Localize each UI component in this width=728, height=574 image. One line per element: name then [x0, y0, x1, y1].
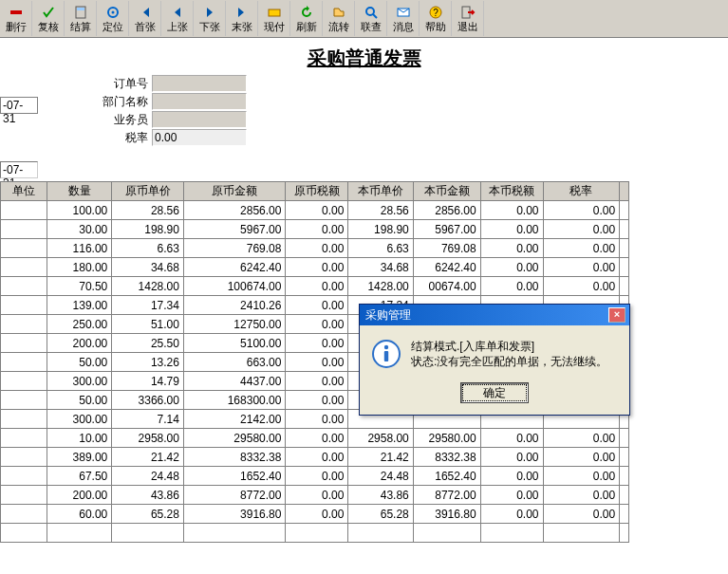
- cell[interactable]: 1428.00: [112, 277, 184, 296]
- cell[interactable]: 3366.00: [112, 391, 184, 410]
- table-row[interactable]: 200.0043.868772.000.0043.868772.000.000.…: [1, 486, 629, 505]
- cell[interactable]: [1, 201, 47, 220]
- table-row[interactable]: 60.0065.283916.800.0065.283916.800.000.0…: [1, 505, 629, 524]
- col-header[interactable]: 本币税额: [480, 182, 543, 201]
- cell[interactable]: 0.00: [286, 258, 348, 277]
- cell[interactable]: 13.26: [112, 353, 184, 372]
- cell[interactable]: 3916.80: [183, 505, 285, 524]
- cell[interactable]: [1, 410, 47, 429]
- cell[interactable]: [1, 505, 47, 524]
- cell[interactable]: [620, 486, 629, 505]
- cell[interactable]: 43.86: [348, 486, 413, 505]
- cell[interactable]: 50.00: [47, 353, 111, 372]
- cell[interactable]: 1652.40: [183, 467, 285, 486]
- cell[interactable]: [620, 505, 629, 524]
- cell[interactable]: [620, 524, 629, 543]
- cell[interactable]: 389.00: [47, 448, 111, 467]
- cell[interactable]: [1, 296, 47, 315]
- cell[interactable]: 0.00: [543, 448, 620, 467]
- cell[interactable]: 65.28: [348, 505, 413, 524]
- col-header[interactable]: 数量: [47, 182, 111, 201]
- cell[interactable]: [1, 486, 47, 505]
- cell[interactable]: 0.00: [543, 467, 620, 486]
- cell[interactable]: 0.00: [480, 258, 543, 277]
- cell[interactable]: [1, 524, 47, 543]
- cell[interactable]: 0.00: [286, 277, 348, 296]
- cell[interactable]: [543, 524, 620, 543]
- cell[interactable]: [620, 239, 629, 258]
- cell[interactable]: 51.00: [112, 315, 184, 334]
- cell[interactable]: [1, 315, 47, 334]
- cell[interactable]: 0.00: [480, 201, 543, 220]
- toolbar-现付-button[interactable]: 现付: [258, 1, 290, 36]
- toolbar-末张-button[interactable]: 末张: [226, 1, 258, 36]
- cell[interactable]: 0.00: [286, 505, 348, 524]
- cell[interactable]: 0.00: [286, 429, 348, 448]
- cell[interactable]: 6.63: [112, 239, 184, 258]
- cell[interactable]: 0.00: [286, 220, 348, 239]
- cell[interactable]: 0.00: [543, 258, 620, 277]
- cell[interactable]: 2856.00: [183, 201, 285, 220]
- salesman-field[interactable]: [152, 111, 247, 128]
- cell[interactable]: 25.50: [112, 334, 184, 353]
- toolbar-上张-button[interactable]: 上张: [161, 1, 194, 36]
- col-header[interactable]: 原币金额: [183, 182, 285, 201]
- cell[interactable]: 43.86: [112, 486, 184, 505]
- toolbar-退出-button[interactable]: 退出: [452, 1, 484, 36]
- col-header[interactable]: 单位: [1, 182, 47, 201]
- cell[interactable]: 28.56: [112, 201, 184, 220]
- cell[interactable]: 0.00: [543, 429, 620, 448]
- cell[interactable]: 0.00: [286, 486, 348, 505]
- toolbar-流转-button[interactable]: 流转: [323, 1, 355, 36]
- cell[interactable]: [620, 258, 629, 277]
- cell[interactable]: 34.68: [348, 258, 413, 277]
- cell[interactable]: [620, 467, 629, 486]
- cell[interactable]: [1, 467, 47, 486]
- cell[interactable]: 3916.80: [413, 505, 480, 524]
- cell[interactable]: 139.00: [47, 296, 111, 315]
- cell[interactable]: 5967.00: [183, 220, 285, 239]
- cell[interactable]: 0.00: [286, 296, 348, 315]
- cell[interactable]: [183, 524, 285, 543]
- cell[interactable]: [1, 429, 47, 448]
- cell[interactable]: 29580.00: [413, 429, 480, 448]
- cell[interactable]: 200.00: [47, 486, 111, 505]
- col-header[interactable]: 本币单价: [348, 182, 413, 201]
- cell[interactable]: [1, 391, 47, 410]
- cell[interactable]: 29580.00: [183, 429, 285, 448]
- cell[interactable]: 00674.00: [413, 277, 480, 296]
- cell[interactable]: 0.00: [286, 410, 348, 429]
- cell[interactable]: 5967.00: [413, 220, 480, 239]
- table-row[interactable]: 180.0034.686242.400.0034.686242.400.000.…: [1, 258, 629, 277]
- cell[interactable]: [1, 372, 47, 391]
- cell[interactable]: 0.00: [480, 505, 543, 524]
- table-row[interactable]: 67.5024.481652.400.0024.481652.400.000.0…: [1, 467, 629, 486]
- cell[interactable]: [1, 220, 47, 239]
- cell[interactable]: 180.00: [47, 258, 111, 277]
- cell[interactable]: 8332.38: [413, 448, 480, 467]
- cell[interactable]: 2958.00: [348, 429, 413, 448]
- tax-rate-field[interactable]: 0.00: [152, 129, 247, 146]
- col-header[interactable]: 原币单价: [112, 182, 184, 201]
- close-icon[interactable]: ×: [608, 307, 625, 323]
- cell[interactable]: 24.48: [112, 467, 184, 486]
- toolbar-帮助-button[interactable]: ?帮助: [420, 1, 452, 36]
- col-header[interactable]: 税率: [543, 182, 620, 201]
- cell[interactable]: [620, 448, 629, 467]
- cell[interactable]: 2856.00: [413, 201, 480, 220]
- cell[interactable]: 6242.40: [413, 258, 480, 277]
- cell[interactable]: 200.00: [47, 334, 111, 353]
- cell[interactable]: 0.00: [480, 239, 543, 258]
- table-row[interactable]: [1, 524, 629, 543]
- cell[interactable]: 769.08: [183, 239, 285, 258]
- toolbar-复核-button[interactable]: 复核: [32, 1, 65, 36]
- cell[interactable]: [348, 524, 413, 543]
- toolbar-删行-button[interactable]: 删行: [0, 1, 32, 36]
- cell[interactable]: 250.00: [47, 315, 111, 334]
- cell[interactable]: 663.00: [183, 353, 285, 372]
- cell[interactable]: 10.00: [47, 429, 111, 448]
- cell[interactable]: 0.00: [543, 239, 620, 258]
- col-header[interactable]: 原币税额: [286, 182, 348, 201]
- cell[interactable]: 300.00: [47, 410, 111, 429]
- cell[interactable]: 65.28: [112, 505, 184, 524]
